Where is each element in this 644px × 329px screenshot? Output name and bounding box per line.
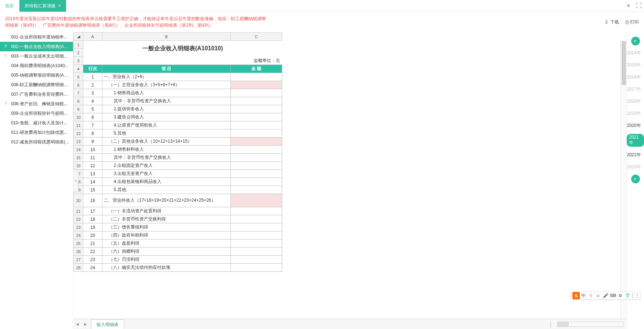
row-head[interactable]: 22 xyxy=(74,215,83,223)
row-head[interactable]: 12 xyxy=(74,129,83,138)
cell-amount[interactable] xyxy=(231,73,282,81)
cell-seq[interactable]: 10 xyxy=(83,146,102,154)
cell-item[interactable]: 2.提供劳务收入 xyxy=(102,105,231,113)
cell-amount[interactable] xyxy=(231,186,282,194)
cell-amount[interactable] xyxy=(231,248,282,256)
row-head[interactable]: 4 xyxy=(74,65,83,73)
cell-amount[interactable] xyxy=(231,105,282,113)
ime-icon[interactable]: ☺ xyxy=(594,292,602,299)
cell-seq[interactable]: 20 xyxy=(83,231,102,240)
sidebar-item-0[interactable]: 001-企业所得税年度纳税申... xyxy=(0,32,73,42)
sidebar-item-7[interactable]: ?008-资产折旧、摊销及纳税... xyxy=(0,99,73,109)
horizontal-scrollbar[interactable] xyxy=(557,322,623,327)
cell-seq[interactable]: 9 xyxy=(83,138,102,146)
cell-amount[interactable] xyxy=(231,113,282,121)
row-head[interactable]: 26 xyxy=(74,248,83,256)
row-head[interactable]: 8 xyxy=(74,97,83,105)
sheet-menu-icon[interactable]: ⋮ xyxy=(547,322,554,327)
row-head[interactable]: 25 xyxy=(74,240,83,248)
cell-amount[interactable] xyxy=(231,138,282,146)
cell-seq[interactable]: 23 xyxy=(83,256,102,264)
cell-amount[interactable] xyxy=(231,240,282,248)
col-head-C[interactable]: C xyxy=(231,33,282,41)
cell-item[interactable]: （四）政府补助利得 xyxy=(102,231,231,240)
sogou-icon[interactable]: S xyxy=(572,292,580,299)
year-2019年[interactable]: 2019年 xyxy=(627,107,644,120)
cell-amount[interactable] xyxy=(231,146,282,154)
tab-home[interactable]: 首页 xyxy=(0,0,19,12)
cell-item[interactable]: 2.出租固定资产收入 xyxy=(102,162,231,170)
cell-amount[interactable] xyxy=(231,178,282,186)
cell-seq[interactable]: 16 xyxy=(83,194,102,207)
year-scroll-down[interactable]: » xyxy=(631,175,640,183)
cell-item[interactable]: （五）盘盈利得 xyxy=(102,240,231,248)
cell-item[interactable]: （二）非货币性资产交换利得 xyxy=(102,215,231,223)
grid-scroll[interactable]: ◢ A B C 1 一般企业收入明细表(A101010) 2 3 金额单位：元 xyxy=(73,32,626,319)
row-head[interactable]: 10 xyxy=(74,113,83,121)
cell-seq[interactable]: 4 xyxy=(83,97,102,105)
row-head[interactable]: 20 xyxy=(74,194,83,207)
sidebar-item-8[interactable]: 009-企业所得税弥补亏损明... xyxy=(0,109,73,118)
vertical-scrollbar[interactable] xyxy=(621,40,626,319)
cell-item[interactable]: （三）债务重组利得 xyxy=(102,223,231,231)
row-head[interactable]: 11 xyxy=(74,121,83,129)
cell-seq[interactable]: 21 xyxy=(83,240,102,248)
cell-seq[interactable]: 12 xyxy=(83,162,102,170)
cell-item[interactable]: （一）主营业务收入（3+5+6+7+8） xyxy=(102,81,231,89)
cell-amount[interactable] xyxy=(231,81,282,89)
cell-item[interactable]: （一）非流动资产处置利得 xyxy=(102,207,231,215)
row-head[interactable]: 3 xyxy=(74,57,83,65)
cell-amount[interactable] xyxy=(231,162,282,170)
cell-item[interactable]: 其中：非货币性资产交换收入 xyxy=(102,97,231,105)
cell-amount[interactable] xyxy=(231,154,282,162)
cell-item[interactable]: （二）其他业务收入（10+12+13+14+15） xyxy=(102,138,231,146)
sidebar-item-3[interactable]: 004-期间费用明细表(A1040... xyxy=(0,61,73,70)
cell-seq[interactable]: 24 xyxy=(83,264,102,272)
cell-item[interactable]: （八）确实无法偿付的应付款项 xyxy=(102,264,231,272)
sidebar-item-9[interactable]: 010-免税、减计收入及加计... xyxy=(0,118,73,128)
year-2018年[interactable]: 2018年 xyxy=(627,95,644,107)
sidebar-item-6[interactable]: 007-广告费和业务宣传费跨... xyxy=(0,89,73,99)
print-button[interactable]: ⎙ 打印 xyxy=(626,19,639,25)
cell-item[interactable]: 5.其他 xyxy=(102,129,231,138)
cell-amount[interactable] xyxy=(231,207,282,215)
cell-amount[interactable] xyxy=(231,223,282,231)
year-2022年[interactable]: 2022年 xyxy=(627,149,644,161)
cell-seq[interactable]: 5 xyxy=(83,105,102,113)
row-head[interactable]: 16 xyxy=(74,162,83,170)
cell-seq[interactable]: 1 xyxy=(83,73,102,81)
sheet-next-icon[interactable]: ► xyxy=(81,322,90,327)
cell-item[interactable]: （六）捐赠利得 xyxy=(102,248,231,256)
cell-seq[interactable]: 17 xyxy=(83,207,102,215)
cell-amount[interactable] xyxy=(231,194,282,207)
year-scroll-up[interactable]: « xyxy=(631,37,640,45)
cell-item[interactable]: 3.出租无形资产收入 xyxy=(102,170,231,178)
cell-amount[interactable] xyxy=(231,264,282,272)
row-head[interactable]: 23 xyxy=(74,223,83,231)
sheet-prev-icon[interactable]: ◄ xyxy=(73,322,81,327)
sidebar-item-2[interactable]: ?003-一般企业成本支出明细... xyxy=(0,51,73,61)
cell-seq[interactable]: 3 xyxy=(83,89,102,97)
year-2014年[interactable]: 2014年 xyxy=(627,47,644,59)
window-fullscreen-icon[interactable]: ⛶ xyxy=(634,1,644,11)
tab-income-tax[interactable]: 所得税汇算清缴 × xyxy=(19,0,66,12)
row-head[interactable]: 28 xyxy=(74,264,83,272)
cell-seq[interactable]: 2 xyxy=(83,81,102,89)
row-head[interactable]: 21 xyxy=(74,207,83,215)
ime-icon[interactable]: 🎤 xyxy=(602,292,609,299)
ime-toolbar[interactable]: S 中ㄅ☺🎤⌨⚙👕⋮⋮ xyxy=(571,292,640,300)
cell-item[interactable]: 4.出租包装物和商品收入 xyxy=(102,178,231,186)
tab-close-icon[interactable]: × xyxy=(58,0,61,12)
cell-amount[interactable] xyxy=(231,215,282,223)
col-head-B[interactable]: B xyxy=(102,33,231,41)
cell-seq[interactable]: 14 xyxy=(83,178,102,186)
cell-amount[interactable] xyxy=(231,231,282,240)
cell-amount[interactable] xyxy=(231,89,282,97)
sidebar-collapse-handle[interactable]: « xyxy=(73,170,79,192)
cell-amount[interactable] xyxy=(231,97,282,105)
cell-item[interactable]: 一、营业收入（2+9） xyxy=(102,73,231,81)
row-head[interactable]: 24 xyxy=(74,231,83,240)
cell-item[interactable]: （七）罚没利得 xyxy=(102,256,231,264)
cell-item[interactable]: 3.建造合同收入 xyxy=(102,113,231,121)
row-head[interactable]: 27 xyxy=(74,256,83,264)
